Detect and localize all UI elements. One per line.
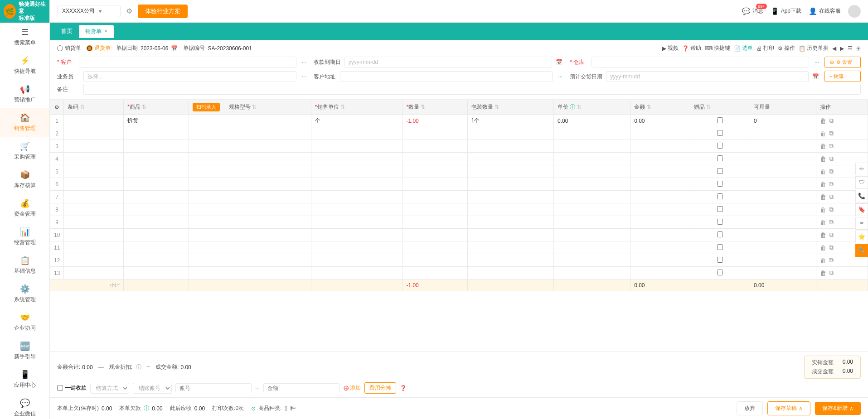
copy-icon[interactable]: ⧉ bbox=[829, 193, 834, 201]
row-qty[interactable] bbox=[402, 241, 467, 254]
sidebar-item-purchase[interactable]: 🛒 采购管理 bbox=[0, 137, 49, 165]
row-product[interactable] bbox=[124, 203, 189, 216]
layout-grid-icon[interactable]: ⊞ bbox=[856, 45, 861, 52]
right-tool-action[interactable]: 🔧 bbox=[855, 244, 868, 257]
copy-icon[interactable]: ⧉ bbox=[829, 117, 834, 125]
help-btn[interactable]: ❓ 帮助 bbox=[682, 44, 701, 52]
row-unit-price[interactable] bbox=[553, 216, 630, 229]
delete-icon[interactable]: 🗑 bbox=[820, 257, 826, 264]
one-click-pay-check[interactable]: 一键收款 bbox=[57, 384, 87, 392]
customer-dots-icon[interactable]: ··· bbox=[302, 59, 306, 65]
sidebar-item-sales[interactable]: 🏠 销售管理 bbox=[0, 108, 49, 137]
right-tool-pencil[interactable]: ✒ bbox=[855, 217, 868, 230]
nav-next-icon[interactable]: ▶ bbox=[840, 45, 844, 52]
row-spec[interactable] bbox=[225, 127, 311, 140]
row-product[interactable] bbox=[124, 216, 189, 229]
sidebar-item-finance[interactable]: 💰 资金管理 bbox=[0, 194, 49, 222]
row-product[interactable] bbox=[124, 165, 189, 178]
warehouse-dots-icon[interactable]: ··· bbox=[815, 59, 819, 65]
sidebar-item-appcenter[interactable]: 📱 应用中心 bbox=[0, 365, 49, 394]
row-product[interactable] bbox=[124, 267, 189, 279]
sidebar-item-inventory[interactable]: 📦 库存核算 bbox=[0, 165, 49, 194]
row-spec[interactable] bbox=[225, 241, 311, 254]
layout-list-icon[interactable]: ☰ bbox=[848, 45, 853, 52]
row-spec[interactable] bbox=[225, 254, 311, 267]
print-btn[interactable]: 🖨 打印 bbox=[756, 44, 774, 52]
sidebar-item-wechat[interactable]: 💬 企业微信 bbox=[0, 394, 49, 419]
warehouse-input[interactable]: 建材仓 bbox=[592, 57, 809, 67]
delete-icon[interactable]: 🗑 bbox=[820, 244, 826, 251]
radio-sales[interactable]: 销货单 bbox=[57, 44, 81, 52]
delete-icon[interactable]: 🗑 bbox=[820, 130, 826, 137]
expected-calendar-icon[interactable]: 📅 bbox=[812, 73, 819, 80]
row-spec[interactable] bbox=[225, 267, 311, 279]
row-spec[interactable] bbox=[225, 216, 311, 229]
sidebar-item-marketing[interactable]: 📢 营销推广 bbox=[0, 80, 49, 108]
sidebar-item-guide[interactable]: 🆕 新手引导 bbox=[0, 337, 49, 365]
row-product[interactable] bbox=[124, 229, 189, 241]
right-tool-shield[interactable]: 🛡 bbox=[855, 176, 868, 189]
delete-icon[interactable]: 🗑 bbox=[820, 143, 826, 150]
logistics-button[interactable]: + 物流 bbox=[824, 71, 861, 82]
tab-sales-order[interactable]: 销货单 × bbox=[79, 25, 114, 38]
payment-calendar-icon[interactable]: 📅 bbox=[556, 59, 563, 65]
amount-input[interactable] bbox=[263, 383, 339, 393]
delete-icon[interactable]: 🗑 bbox=[820, 206, 826, 213]
row-qty[interactable] bbox=[402, 140, 467, 153]
row-spec[interactable] bbox=[225, 140, 311, 153]
remark-input[interactable] bbox=[83, 84, 861, 95]
user-avatar[interactable] bbox=[848, 5, 861, 18]
row-unit-price[interactable] bbox=[553, 241, 630, 254]
salesperson-dots-icon[interactable]: ··· bbox=[302, 73, 306, 80]
history-btn[interactable]: 📋 历史单据 bbox=[799, 44, 829, 52]
save-draft-button[interactable]: 保存草稿 ∧ bbox=[767, 401, 810, 415]
row-gift[interactable] bbox=[690, 241, 750, 254]
settings-button[interactable]: ⚙ ⚙ 设置 bbox=[824, 57, 861, 68]
copy-icon[interactable]: ⧉ bbox=[829, 206, 834, 213]
save-new-button[interactable]: 保存&新增 ∧ bbox=[815, 402, 861, 415]
row-unit-price[interactable] bbox=[553, 178, 630, 191]
row-spec[interactable] bbox=[225, 115, 311, 127]
expense-help-icon[interactable]: ❓ bbox=[400, 385, 407, 391]
account-num-input[interactable] bbox=[175, 383, 252, 393]
row-gift[interactable] bbox=[690, 140, 750, 153]
row-product[interactable] bbox=[124, 254, 189, 267]
add-pay-button[interactable]: ⊕ 添加 bbox=[343, 384, 361, 392]
row-unit-price[interactable] bbox=[553, 229, 630, 241]
row-qty[interactable] bbox=[402, 191, 467, 203]
customer-addr-input[interactable] bbox=[340, 71, 553, 82]
delete-icon[interactable]: 🗑 bbox=[820, 117, 826, 125]
row-gift[interactable] bbox=[690, 127, 750, 140]
row-product[interactable] bbox=[124, 153, 189, 165]
right-tool-bookmark[interactable]: 🔖 bbox=[855, 203, 868, 216]
one-click-pay-checkbox[interactable] bbox=[57, 385, 63, 391]
delete-icon[interactable]: 🗑 bbox=[820, 193, 826, 201]
row-unit-price[interactable] bbox=[553, 191, 630, 203]
topbar-gear-icon[interactable]: ⚙ bbox=[126, 7, 132, 15]
row-qty[interactable] bbox=[402, 267, 467, 279]
row-unit-price[interactable] bbox=[553, 127, 630, 140]
row-qty[interactable] bbox=[402, 254, 467, 267]
copy-icon[interactable]: ⧉ bbox=[829, 142, 834, 150]
addr-dots-icon[interactable]: ··· bbox=[558, 73, 563, 80]
delete-icon[interactable]: 🗑 bbox=[820, 181, 826, 188]
copy-icon[interactable]: ⧉ bbox=[829, 130, 834, 137]
right-tool-edit[interactable]: ✏ bbox=[855, 163, 868, 175]
customer-input[interactable] bbox=[79, 57, 296, 67]
row-product[interactable] bbox=[124, 191, 189, 203]
copy-icon[interactable]: ⧉ bbox=[829, 244, 834, 251]
sidebar-item-system[interactable]: ⚙️ 系统管理 bbox=[0, 279, 49, 308]
app-download-btn[interactable]: 📱 App下载 bbox=[771, 7, 801, 15]
row-spec[interactable] bbox=[225, 153, 311, 165]
row-qty[interactable] bbox=[402, 178, 467, 191]
row-unit-price[interactable] bbox=[553, 140, 630, 153]
sidebar-item-collab[interactable]: 🤝 企业协同 bbox=[0, 308, 49, 337]
row-product[interactable] bbox=[124, 178, 189, 191]
row-qty[interactable] bbox=[402, 229, 467, 241]
row-gift[interactable] bbox=[690, 115, 750, 127]
row-gift[interactable] bbox=[690, 191, 750, 203]
discount-help-icon[interactable]: ⓘ bbox=[136, 363, 141, 371]
sidebar-item-operation[interactable]: 📊 经营管理 bbox=[0, 222, 49, 251]
delete-icon[interactable]: 🗑 bbox=[820, 219, 826, 226]
copy-icon[interactable]: ⧉ bbox=[829, 180, 834, 188]
